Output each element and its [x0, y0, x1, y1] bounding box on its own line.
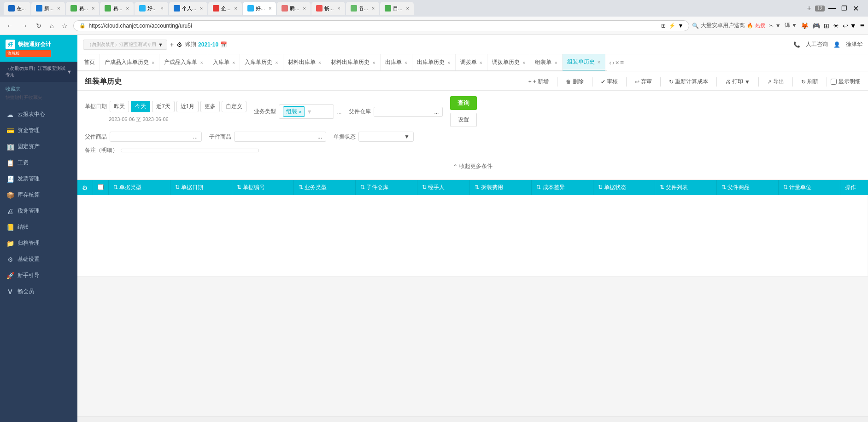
nav-tab-outbound[interactable]: 出库单 × [381, 54, 412, 71]
sidebar-item-tax[interactable]: 🖨 税务管理 [0, 203, 77, 219]
bottom-scrollbar[interactable] [77, 416, 868, 422]
th-unit[interactable]: ⇅ 计量单位 [778, 180, 840, 195]
tab-close-5[interactable]: × [160, 6, 163, 11]
parent-goods-input[interactable]: ... [110, 132, 202, 142]
th-sub-warehouse[interactable]: ⇅ 子件仓库 [355, 180, 417, 195]
material-outbound-close[interactable]: × [318, 60, 321, 65]
nav-tab-assembly[interactable]: 组装单 × [530, 54, 562, 71]
parent-goods-more[interactable]: ... [193, 133, 198, 140]
sidebar-item-fund[interactable]: 💳 资金管理 [0, 122, 77, 139]
nav-tab-transfer-history[interactable]: 调拨单历史 × [487, 54, 530, 71]
nav-tab-outbound-history[interactable]: 出库单历史 × [412, 54, 455, 71]
browser-tab-12[interactable]: 目... × [380, 2, 414, 15]
th-bill-status[interactable]: ⇅ 单据状态 [593, 180, 655, 195]
sidebar-item-inventory[interactable]: 📦 库存核算 [0, 187, 77, 203]
dropdown-icon[interactable]: ▼ [678, 23, 684, 29]
th-parent-list[interactable]: ⇅ 父件列表 [655, 180, 717, 195]
tab-nav-right[interactable]: › [612, 59, 615, 66]
th-parent-goods[interactable]: ⇅ 父件商品 [717, 180, 779, 195]
transfer-close[interactable]: × [480, 60, 482, 65]
column-settings-icon[interactable]: ⚙ [82, 184, 88, 191]
refresh-button[interactable]: ↻ 刷新 [797, 76, 823, 87]
date-btn-1month[interactable]: 近1月 [176, 101, 199, 112]
assembly-close[interactable]: × [554, 60, 557, 65]
th-disassemble-fee[interactable]: ⇅ 拆装费用 [470, 180, 532, 195]
browser-tab-5[interactable]: 好... × [135, 2, 168, 15]
settings-gear-button[interactable]: ⚙ [176, 41, 182, 48]
th-checkbox[interactable] [93, 180, 109, 195]
forward-button[interactable]: → [18, 20, 30, 31]
menu-dots-icon[interactable]: ≡ [860, 22, 864, 30]
new-tab-button[interactable]: + [805, 4, 813, 12]
calendar-icon[interactable]: 📅 [220, 41, 227, 48]
assembly-history-close[interactable]: × [598, 59, 600, 65]
tab-close-12[interactable]: × [406, 6, 409, 11]
th-date[interactable]: ⇅ 单据日期 [170, 180, 232, 195]
add-company-button[interactable]: + [170, 41, 174, 48]
biz-type-input[interactable]: 组装 × ▼ [279, 104, 334, 119]
browser-tab-3[interactable]: 易... × [66, 2, 100, 15]
address-bar[interactable]: 🔒 https://cloud.chanjet.com/accounting/u… [73, 20, 689, 31]
tab-nav-menu[interactable]: ≡ [620, 59, 624, 66]
tab-close-2[interactable]: × [57, 6, 60, 11]
tab-close-3[interactable]: × [92, 6, 94, 11]
browser-tab-11[interactable]: 各... × [346, 2, 380, 15]
print-button[interactable]: 🖨 打印 ▼ [721, 76, 755, 87]
outbound-history-close[interactable]: × [447, 60, 450, 65]
sidebar-item-fixed-asset[interactable]: 🏢 固定资产 [0, 139, 77, 155]
parent-warehouse-input[interactable]: ... [374, 107, 443, 117]
date-btn-today[interactable]: 今天 [131, 101, 150, 112]
nav-tab-assembly-history[interactable]: 组装单历史 × [563, 54, 605, 71]
sub-goods-input[interactable]: ... [234, 132, 326, 142]
nav-tab-material-outbound[interactable]: 材料出库单 × [283, 54, 326, 71]
browser-tab-7[interactable]: 企... × [208, 2, 242, 15]
back-button[interactable]: ← [4, 20, 16, 31]
nav-tab-material-outbound-history[interactable]: 材料出库单历史 × [326, 54, 380, 71]
show-detail-toggle[interactable]: 显示明细 [831, 78, 861, 86]
th-biz-type[interactable]: ⇅ 业务类型 [293, 180, 355, 195]
nav-tab-home[interactable]: 首页 [79, 54, 100, 71]
home-button[interactable]: ⌂ [47, 20, 56, 31]
inbound-history-close[interactable]: × [275, 60, 278, 65]
th-settings[interactable]: ⚙ [77, 180, 93, 195]
window-max-btn[interactable]: ❐ [839, 5, 849, 12]
abandon-button[interactable]: ↩ 弃审 [630, 76, 657, 87]
recalculate-button[interactable]: ↻ 重新计算成本 [664, 76, 713, 87]
browser-tab-10[interactable]: 畅... × [311, 2, 345, 15]
tab-close-6[interactable]: × [200, 6, 203, 11]
sidebar-item-settings[interactable]: ⚙ 基础设置 [0, 251, 77, 267]
select-all-checkbox[interactable] [98, 184, 104, 190]
sidebar-item-archive[interactable]: 📁 归档管理 [0, 235, 77, 251]
nav-tab-transfer[interactable]: 调拨单 × [456, 54, 487, 71]
window-min-btn[interactable]: — [827, 4, 838, 12]
browser-tab-6[interactable]: 个人... × [169, 2, 208, 15]
show-detail-checkbox[interactable] [831, 79, 837, 85]
date-btn-more[interactable]: 更多 [200, 101, 220, 112]
nav-tab-product-inbound[interactable]: 产成品入库单 × [159, 54, 208, 71]
nav-tab-inbound-history[interactable]: 入库单历史 × [240, 54, 283, 71]
set-button[interactable]: 设置 [450, 113, 477, 127]
query-button[interactable]: 查询 [450, 96, 477, 110]
outbound-close[interactable]: × [405, 60, 407, 65]
delete-button[interactable]: 🗑 删除 [561, 76, 588, 87]
grid-icon[interactable]: ⊞ [661, 23, 666, 29]
browser-tab-2[interactable]: 新... × [31, 2, 65, 15]
sidebar-org[interactable]: （勿删勿禁用）江西服宝测试专用 ▼ [0, 62, 77, 82]
sub-goods-more[interactable]: ... [317, 133, 322, 140]
transfer-history-close[interactable]: × [522, 60, 525, 65]
tab-close-9[interactable]: × [303, 6, 306, 11]
th-type[interactable]: ⇅ 单据类型 [109, 180, 170, 195]
parent-warehouse-more[interactable]: ... [434, 109, 439, 115]
tab-nav-left[interactable]: ‹ [609, 59, 611, 66]
bookmark-button[interactable]: ☆ [59, 20, 70, 31]
product-inbound-close[interactable]: × [200, 60, 203, 65]
sidebar-item-salary[interactable]: 📋 工资 [0, 155, 77, 171]
biz-type-tag-remove[interactable]: × [299, 109, 301, 115]
tab-close-10[interactable]: × [337, 6, 340, 11]
nav-tab-product-inbound-history[interactable]: 产成品入库单历史 × [100, 54, 159, 71]
inbound-close[interactable]: × [232, 60, 235, 65]
th-handler[interactable]: ⇅ 经手人 [417, 180, 469, 195]
sidebar-item-cloud-report[interactable]: ☁ 云报表中心 [0, 106, 77, 122]
bill-status-select[interactable]: ▼ [358, 132, 414, 142]
sidebar-item-invoice[interactable]: 🧾 发票管理 [0, 171, 77, 187]
